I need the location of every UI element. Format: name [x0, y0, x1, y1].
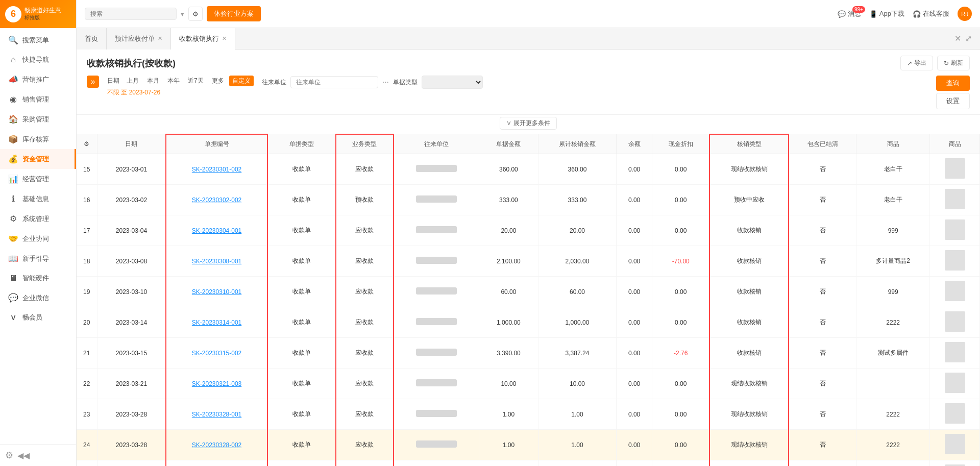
expand-conditions-button[interactable]: ∨ 展开更多条件 [500, 117, 556, 130]
cell-verify-type: 收款核销 [709, 246, 789, 277]
topbar-dropdown-icon[interactable]: ▾ [181, 10, 184, 18]
cell-balance: 0.00 [616, 307, 652, 338]
th-date[interactable]: 日期 [97, 134, 166, 154]
query-button[interactable]: 查询 [936, 76, 970, 91]
cell-date: 2023-03-02 [97, 185, 166, 215]
sidebar-item-wechat[interactable]: 💬 企业微信 [0, 288, 76, 308]
cell-bill-no[interactable]: SK-20230315-002 [166, 338, 267, 369]
cell-product: 老白干 [856, 154, 930, 185]
th-verify-type[interactable]: 核销类型 [709, 134, 789, 154]
sidebar-item-search[interactable]: 🔍 搜索菜单 [0, 30, 76, 50]
sidebar-item-operations[interactable]: 📊 经营管理 [0, 169, 76, 189]
sidebar-item-enterprise[interactable]: 🤝 企业协同 [0, 229, 76, 249]
tab-expand-icon[interactable]: ⤢ [965, 34, 972, 43]
expand-bar: ∨ 展开更多条件 [77, 115, 980, 134]
export-button[interactable]: ↗ 导出 [900, 56, 933, 70]
th-bill-no[interactable]: 单据编号 [166, 134, 267, 154]
cell-included: 否 [789, 460, 856, 467]
cell-bill-no[interactable]: SK-20230301-002 [166, 154, 267, 185]
th-partner[interactable]: 往来单位 [394, 134, 479, 154]
th-settings[interactable]: ⚙ [77, 134, 97, 154]
sidebar-item-basic[interactable]: ℹ 基础信息 [0, 189, 76, 209]
cell-bill-no[interactable]: SK-20230310-001 [166, 277, 267, 307]
th-product1[interactable]: 商品 [856, 134, 930, 154]
date-btn-this-month[interactable]: 本月 [144, 76, 162, 86]
th-included[interactable]: 包含已结清 [789, 134, 856, 154]
cell-balance: 0.00 [616, 430, 652, 460]
cell-product2 [930, 460, 980, 467]
sidebar-item-member[interactable]: V 畅会员 [0, 308, 76, 327]
sidebar-item-finance[interactable]: 💰 资金管理 [0, 149, 76, 169]
cell-included: 否 [789, 277, 856, 307]
filter-dots[interactable]: ··· [382, 78, 389, 87]
th-bill-type[interactable]: 单据类型 [267, 134, 336, 154]
date-btn-more[interactable]: 更多 [209, 76, 227, 86]
date-btn-custom[interactable]: 自定义 [229, 76, 254, 86]
th-amount[interactable]: 单据金额 [479, 134, 538, 154]
cell-bill-no[interactable]: SK-20230331-002 [166, 460, 267, 467]
refresh-button[interactable]: ↻ 刷新 [937, 56, 970, 70]
collapse-icon[interactable]: ◀◀ [17, 451, 30, 460]
topbar-search-input[interactable] [85, 8, 177, 20]
system-icon: ⚙ [8, 214, 18, 224]
sidebar-item-quick-nav[interactable]: ⌂ 快捷导航 [0, 50, 76, 69]
voucher-type-select[interactable] [422, 76, 483, 89]
sidebar-item-purchase[interactable]: 🏠 采购管理 [0, 109, 76, 129]
cell-bill-no[interactable]: SK-20230314-001 [166, 307, 267, 338]
tab-close-all-icon[interactable]: ✕ [954, 34, 961, 43]
tab-close-pending[interactable]: ✕ [158, 35, 162, 42]
sidebar-item-guide[interactable]: 📖 新手引导 [0, 249, 76, 268]
cell-biz-type: 应收款 [336, 338, 394, 369]
cell-biz-type: 应收款 [336, 215, 394, 246]
th-verified[interactable]: 累计核销金额 [538, 134, 617, 154]
table-row: 18 2023-03-08 SK-20230308-001 收款单 应收款 2,… [77, 246, 980, 277]
sidebar-item-sales[interactable]: ◉ 销售管理 [0, 89, 76, 109]
cell-verify-type: 现结收款核销 [709, 399, 789, 430]
tab-home[interactable]: 首页 [77, 28, 107, 50]
th-balance[interactable]: 余额 [616, 134, 652, 154]
th-biz-type[interactable]: 业务类型 [336, 134, 394, 154]
cell-bill-no[interactable]: SK-20230328-001 [166, 399, 267, 430]
sidebar-item-system[interactable]: ⚙ 系统管理 [0, 209, 76, 229]
cell-bill-no[interactable]: SK-20230321-003 [166, 369, 267, 399]
mobile-icon: 📱 [869, 10, 877, 18]
settings-button[interactable]: 设置 [936, 93, 970, 109]
message-button[interactable]: 💬 消息 99+ [838, 9, 861, 18]
cell-amount: 1,000.00 [479, 307, 538, 338]
basic-icon: ℹ [8, 194, 18, 204]
th-discount[interactable]: 现金折扣 [652, 134, 709, 154]
industry-solution-button[interactable]: 体验行业方案 [207, 6, 261, 21]
date-btn-last-month[interactable]: 上月 [124, 76, 142, 86]
cell-product2 [930, 215, 980, 246]
cell-partner [394, 277, 479, 307]
avatar: Rit [958, 7, 972, 21]
cell-discount: 0.00 [652, 369, 709, 399]
table-row: 24 2023-03-28 SK-20230328-002 收款单 应收款 1.… [77, 430, 980, 460]
cell-bill-type: 收款单 [267, 307, 336, 338]
filter-toggle-button[interactable]: » [87, 76, 99, 88]
tab-close-collection[interactable]: ✕ [222, 35, 227, 42]
app-download-button[interactable]: 📱 App下载 [869, 9, 904, 18]
sidebar-item-inventory[interactable]: 📦 库存核算 [0, 129, 76, 149]
cell-verified: 60.00 [538, 277, 617, 307]
topbar-settings-button[interactable]: ⚙ [188, 7, 203, 21]
cell-bill-no[interactable]: SK-20230308-001 [166, 246, 267, 277]
settings-bottom-icon[interactable]: ⚙ [5, 450, 13, 461]
cell-bill-no[interactable]: SK-20230304-001 [166, 215, 267, 246]
online-service-button[interactable]: 🎧 在线客服 [913, 9, 949, 18]
cell-bill-no[interactable]: SK-20230302-002 [166, 185, 267, 215]
counterparty-input[interactable] [290, 76, 378, 88]
cell-date: 2023-03-28 [97, 430, 166, 460]
tabs-bar: 首页 预计应收付单 ✕ 收款核销执行 ✕ ✕ ⤢ [77, 28, 980, 50]
sidebar-item-hardware[interactable]: 🖥 智能硬件 [0, 268, 76, 288]
cell-balance: 0.00 [616, 154, 652, 185]
cell-bill-no[interactable]: SK-20230328-002 [166, 430, 267, 460]
sidebar-item-marketing[interactable]: 📣 营销推广 [0, 69, 76, 89]
tab-pending-payment[interactable]: 预计应收付单 ✕ [107, 28, 171, 50]
date-btn-this-year[interactable]: 本年 [164, 76, 183, 86]
th-product2[interactable]: 商品 [930, 134, 980, 154]
user-menu[interactable]: Rit [958, 7, 972, 21]
table-container[interactable]: ⚙ 日期 单据编号 单据类型 业务类型 往来单位 单据金额 累计核销金额 余额 … [77, 134, 980, 466]
tab-collection-verify[interactable]: 收款核销执行 ✕ [171, 28, 235, 50]
date-btn-7days[interactable]: 近7天 [185, 76, 207, 86]
